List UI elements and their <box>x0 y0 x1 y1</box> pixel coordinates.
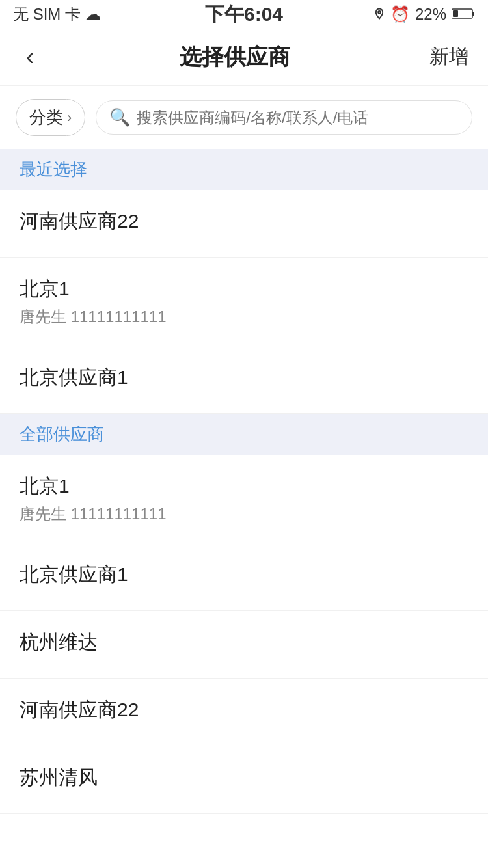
location-icon <box>373 5 385 23</box>
all-section-title: 全部供应商 <box>20 424 104 444</box>
chevron-icon: › <box>67 109 72 126</box>
recent-section-header: 最近选择 <box>0 149 488 190</box>
search-input[interactable] <box>137 109 459 127</box>
battery-text: 22% <box>415 5 446 23</box>
all-list-item[interactable]: 北京1唐先生 11111111111 <box>0 455 488 543</box>
all-list-item[interactable]: 杭州维达 <box>0 611 488 679</box>
recent-section-title: 最近选择 <box>20 159 87 179</box>
svg-point-0 <box>378 11 381 14</box>
item-sub: 唐先生 11111111111 <box>20 306 468 327</box>
item-name: 河南供应商22 <box>20 697 468 724</box>
item-name: 北京1 <box>20 276 468 303</box>
status-bar: 无 SIM 卡 ☁ 下午6:04 ⏰ 22% <box>0 0 488 29</box>
battery-icon <box>452 5 475 23</box>
all-list-item[interactable]: 河南供应商22 <box>0 679 488 746</box>
recent-list-item[interactable]: 河南供应商22 <box>0 190 488 258</box>
page-title: 选择供应商 <box>180 42 290 72</box>
filter-bar: 分类 › 🔍 <box>0 86 488 149</box>
nav-bar: ‹ 选择供应商 新增 <box>0 29 488 86</box>
item-name: 北京供应商1 <box>20 562 468 588</box>
all-list-item[interactable]: 苏州清风 <box>0 746 488 814</box>
status-time: 下午6:04 <box>205 1 283 28</box>
item-name: 苏州清风 <box>20 765 468 791</box>
recent-list-item[interactable]: 北京1唐先生 11111111111 <box>0 258 488 346</box>
all-list-item[interactable]: 北京供应商1 <box>0 543 488 611</box>
alarm-icon: ⏰ <box>390 5 410 23</box>
svg-rect-3 <box>453 10 458 17</box>
recent-list: 河南供应商22北京1唐先生 11111111111北京供应商1 <box>0 190 488 414</box>
category-label: 分类 <box>29 106 63 129</box>
recent-list-item[interactable]: 北京供应商1 <box>0 346 488 414</box>
status-left: 无 SIM 卡 ☁ <box>13 4 101 25</box>
all-section-header: 全部供应商 <box>0 414 488 455</box>
search-icon: 🔍 <box>109 107 130 128</box>
search-box[interactable]: 🔍 <box>96 100 472 135</box>
item-name: 北京供应商1 <box>20 364 468 391</box>
item-name: 杭州维达 <box>20 629 468 656</box>
all-list: 北京1唐先生 11111111111北京供应商1杭州维达河南供应商22苏州清风 <box>0 455 488 814</box>
status-right: ⏰ 22% <box>373 5 475 23</box>
item-name: 北京1 <box>20 473 468 500</box>
add-button[interactable]: 新增 <box>429 44 468 70</box>
item-name: 河南供应商22 <box>20 208 468 235</box>
item-sub: 唐先生 11111111111 <box>20 504 468 524</box>
category-filter[interactable]: 分类 › <box>16 99 85 136</box>
back-button[interactable]: ‹ <box>20 36 41 77</box>
svg-rect-2 <box>472 12 474 16</box>
no-sim-text: 无 SIM 卡 ☁ <box>13 4 101 25</box>
